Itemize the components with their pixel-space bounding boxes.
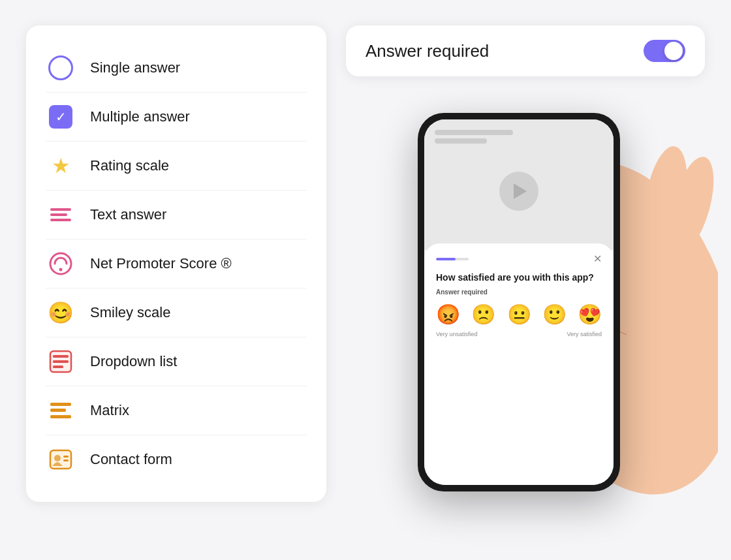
menu-item-smiley-scale[interactable]: 😊 Smiley scale [46,288,307,337]
menu-item-nps[interactable]: Net Promoter Score ® [46,240,307,288]
survey-required-label: Answer required [436,288,602,296]
menu-label-matrix: Matrix [90,402,129,419]
circle-icon [46,53,76,83]
emoji-4[interactable]: 🙂 [542,305,567,324]
svg-rect-11 [63,456,69,458]
svg-rect-8 [50,415,71,418]
survey-top-bar: ✕ [436,253,602,265]
svg-rect-7 [50,409,66,412]
menu-item-single-answer[interactable]: Single answer [46,44,307,93]
svg-point-10 [54,455,61,461]
scale-labels: Very unsatisfied Very satisfied [436,331,602,337]
svg-rect-3 [53,355,69,358]
video-title-lines [435,130,513,144]
contact-icon [46,444,76,474]
matrix-icon [46,396,76,426]
star-icon: ★ [46,151,76,181]
survey-question-text: How satisfied are you with this app? [436,272,602,285]
emoji-5[interactable]: 😍 [578,305,602,324]
menu-label-rating-scale: Rating scale [90,157,169,174]
survey-panel: ✕ How satisfied are you with this app? A… [424,243,614,485]
scale-label-left: Very unsatisfied [436,331,478,337]
svg-rect-12 [63,459,69,461]
toggle-knob [664,42,683,60]
menu-label-smiley-scale: Smiley scale [90,304,170,321]
menu-label-multiple-answer: Multiple answer [90,108,190,125]
menu-label-nps: Net Promoter Score ® [90,255,232,272]
svg-rect-5 [53,366,63,368]
right-panel: Answer required [346,25,705,491]
play-button[interactable] [499,172,538,211]
smiley-icon: 😊 [46,298,76,328]
emoji-2[interactable]: 🙁 [471,305,495,324]
emoji-1[interactable]: 😡 [436,305,460,324]
progress-bar [436,258,469,260]
phone-mockup: ✕ How satisfied are you with this app? A… [418,113,620,491]
menu-label-dropdown-list: Dropdown list [90,353,177,370]
dropdown-icon [46,347,76,377]
emoji-3[interactable]: 😐 [507,305,531,324]
answer-required-toggle[interactable] [644,40,685,62]
answer-required-card: Answer required [346,25,705,76]
progress-bar-fill [436,258,456,260]
answer-required-label: Answer required [366,41,489,61]
video-title-line-1 [435,130,513,135]
close-survey-button[interactable]: ✕ [593,253,602,265]
menu-label-text-answer: Text answer [90,206,166,223]
menu-item-dropdown-list[interactable]: Dropdown list [46,337,307,386]
svg-point-1 [59,268,63,272]
menu-item-text-answer[interactable]: Text answer [46,191,307,240]
phone-screen: ✕ How satisfied are you with this app? A… [424,119,614,485]
svg-rect-4 [53,360,69,363]
menu-item-multiple-answer[interactable]: ✓ Multiple answer [46,93,307,142]
nps-icon [46,249,76,279]
menu-panel: Single answer ✓ Multiple answer ★ Rating… [26,25,326,502]
checkbox-icon: ✓ [46,102,76,132]
video-area [424,119,614,250]
svg-rect-6 [50,403,71,406]
phone-area: ✕ How satisfied are you with this app? A… [346,87,705,491]
video-title-line-2 [435,138,487,144]
lines-icon [46,200,76,230]
scale-label-right: Very satisfied [567,331,602,337]
menu-item-rating-scale[interactable]: ★ Rating scale [46,142,307,191]
emoji-scale-row: 😡 🙁 😐 🙂 😍 [436,305,602,324]
play-triangle-icon [514,183,527,199]
menu-label-contact-form: Contact form [90,451,172,468]
menu-label-single-answer: Single answer [90,59,180,76]
menu-item-matrix[interactable]: Matrix [46,386,307,435]
menu-item-contact-form[interactable]: Contact form [46,435,307,484]
